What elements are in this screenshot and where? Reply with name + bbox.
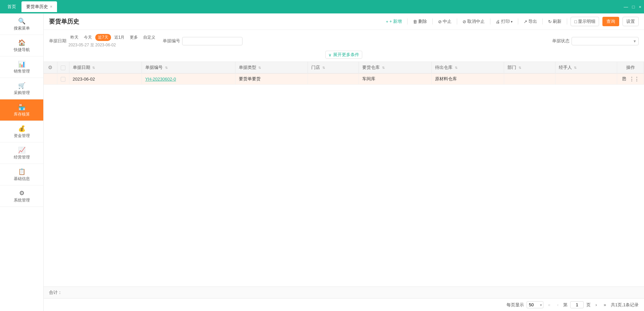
tab-close-icon[interactable]: × — [50, 4, 52, 9]
sidebar-item-purchase-label: 采购管理 — [14, 90, 30, 96]
sort-doc-type-icon[interactable]: ⇅ — [258, 66, 261, 70]
sidebar-item-operations[interactable]: 📈 经营管理 — [0, 142, 43, 164]
divider-6 — [542, 18, 543, 25]
sidebar-item-inventory-label: 库存核算 — [14, 112, 30, 117]
tab-bar-right-controls: — □ × — [624, 4, 641, 9]
date-btn-today[interactable]: 今天 — [82, 34, 94, 41]
table-row: 2023-06-02 YH-20230602-0 要货单要货 车间库 原材料仓库… — [44, 74, 644, 85]
purchase-icon: 🛒 — [18, 83, 25, 89]
divider-1 — [407, 18, 408, 25]
sort-doc-no-icon[interactable]: ⇅ — [165, 66, 168, 70]
main-layout: 🔍 搜索菜单 🏠 快捷导航 📊 销售管理 🛒 采购管理 🏪 库存核算 💰 资金管… — [0, 13, 644, 311]
stop-button[interactable]: ⊘ 中止 — [436, 17, 453, 26]
sidebar-item-purchase[interactable]: 🛒 采购管理 — [0, 78, 43, 99]
new-btn-label: + 新增 — [389, 18, 402, 25]
sidebar-item-finance[interactable]: 💰 资金管理 — [0, 121, 43, 142]
sidebar-item-basic-info-label: 基础信息 — [14, 176, 30, 182]
next-page-btn[interactable]: › — [593, 302, 599, 308]
docno-filter-group: 单据编号 — [163, 37, 243, 45]
column-settings-icon[interactable]: ⚙ — [48, 64, 52, 70]
row-checkbox[interactable] — [61, 77, 65, 82]
date-btn-custom[interactable]: 自定义 — [141, 34, 157, 41]
row-checkbox-cell — [57, 74, 69, 85]
prev-page-btn[interactable]: ‹ — [555, 302, 560, 308]
date-btn-1month[interactable]: 近1月 — [112, 34, 127, 41]
print-icon: 🖨 — [496, 19, 500, 24]
date-btn-7days[interactable]: 近7天 — [95, 34, 111, 41]
divider-3 — [457, 18, 457, 25]
sidebar-item-sales[interactable]: 📊 销售管理 — [0, 56, 43, 78]
total-info: 共1页,1条记录 — [611, 302, 639, 308]
first-page-btn[interactable]: « — [546, 302, 552, 308]
print-btn-label: 打印 — [501, 18, 510, 25]
new-button[interactable]: + + 新增 — [384, 17, 404, 26]
display-detail-button[interactable]: □ 显示明细 — [571, 17, 599, 26]
col-store-header: 门店 ⇅ — [308, 62, 359, 74]
row-doc-no: YH-20230602-0 — [142, 74, 235, 85]
expand-btn-label: 展开更多条件 — [333, 52, 359, 58]
system-icon: ⚙ — [19, 190, 24, 196]
select-all-checkbox[interactable] — [61, 65, 65, 70]
sidebar-item-system[interactable]: ⚙ 系统管理 — [0, 185, 43, 207]
sidebar: 🔍 搜索菜单 🏠 快捷导航 📊 销售管理 🛒 采购管理 🏪 库存核算 💰 资金管… — [0, 13, 44, 311]
sort-doc-date-icon[interactable]: ⇅ — [92, 66, 95, 70]
inventory-icon: 🏪 — [18, 104, 25, 110]
tab-active[interactable]: 要货单历史 × — [21, 1, 57, 12]
new-icon: + — [386, 19, 388, 24]
display-detail-checkbox: □ — [574, 19, 577, 24]
tab-home[interactable]: 首页 — [3, 1, 21, 12]
sort-handler-icon[interactable]: ⇅ — [574, 66, 577, 70]
date-btn-yesterday[interactable]: 昨天 — [68, 34, 80, 41]
row-doc-date: 2023-06-02 — [69, 74, 142, 85]
date-range-display: 2023-05-27 至 2023-06-02 — [68, 42, 157, 48]
row-more-icon[interactable]: ⋮⋮ — [629, 76, 639, 82]
maximize-icon[interactable]: □ — [632, 4, 635, 9]
date-btns-wrapper: 昨天 今天 近7天 近1月 更多 自定义 2023-05-27 至 2023-0… — [68, 34, 157, 48]
export-icon: ↗ — [524, 19, 527, 24]
divider-5 — [518, 18, 518, 25]
sidebar-item-operations-label: 经营管理 — [14, 154, 30, 160]
row-actions-cell: 🖹 ⋮⋮ — [617, 74, 644, 85]
basic-info-icon: 📋 — [18, 169, 25, 175]
row-doc-no-link[interactable]: YH-20230602-0 — [145, 77, 176, 82]
divider-2 — [432, 18, 433, 25]
content-area: 要货单历史 + + 新增 🗑 删除 ⊘ 中止 ⊘ — [44, 13, 644, 311]
docno-filter-input[interactable] — [182, 37, 243, 45]
row-pending-warehouse: 原材料仓库 — [431, 74, 504, 85]
row-view-icon[interactable]: 🖹 — [622, 76, 627, 82]
stop-icon: ⊘ — [438, 19, 442, 24]
sidebar-item-system-label: 系统管理 — [14, 197, 30, 203]
date-btn-more[interactable]: 更多 — [128, 34, 140, 41]
sidebar-item-basic-info[interactable]: 📋 基础信息 — [0, 164, 43, 185]
col-doc-date-header: 单据日期 ⇅ — [69, 62, 142, 74]
sidebar-item-search-menu[interactable]: 🔍 搜索菜单 — [0, 13, 43, 35]
print-button[interactable]: 🖨 打印 ▾ — [494, 17, 515, 26]
sort-req-warehouse-icon[interactable]: ⇅ — [382, 66, 385, 70]
refresh-button[interactable]: ↻ 刷新 — [546, 17, 564, 26]
sort-pending-warehouse-icon[interactable]: ⇅ — [455, 66, 458, 70]
cancel-stop-button[interactable]: ⊘ 取消中止 — [461, 17, 487, 26]
minimize-icon[interactable]: — — [624, 4, 628, 9]
docno-filter-label: 单据编号 — [163, 38, 180, 44]
last-page-btn[interactable]: » — [602, 302, 608, 308]
stop-btn-label: 中止 — [443, 18, 451, 25]
window-close-icon[interactable]: × — [639, 4, 641, 9]
per-page-select[interactable]: 50 100 200 — [527, 301, 543, 308]
sort-department-icon[interactable]: ⇅ — [519, 66, 521, 70]
sort-store-icon[interactable]: ⇅ — [322, 66, 325, 70]
status-select[interactable] — [572, 37, 639, 45]
export-button[interactable]: ↗ 导出 — [522, 17, 539, 26]
col-department-header: 部门 ⇅ — [504, 62, 555, 74]
expand-more-button[interactable]: ∨ 展开更多条件 — [325, 51, 362, 59]
settings-button[interactable]: 设置 — [623, 17, 639, 26]
query-button[interactable]: 查询 — [602, 17, 619, 26]
sidebar-item-quick-nav[interactable]: 🏠 快捷导航 — [0, 35, 43, 56]
sidebar-item-inventory[interactable]: 🏪 库存核算 — [0, 99, 43, 121]
table-body: 2023-06-02 YH-20230602-0 要货单要货 车间库 原材料仓库… — [44, 74, 644, 85]
current-page-input[interactable] — [570, 301, 584, 308]
operations-icon: 📈 — [18, 147, 25, 153]
delete-button[interactable]: 🗑 删除 — [411, 17, 429, 26]
col-checkbox-header — [57, 62, 69, 74]
table-area: ⚙ 单据日期 ⇅ 单据编号 ⇅ — [44, 62, 644, 286]
refresh-icon: ↻ — [548, 19, 552, 24]
